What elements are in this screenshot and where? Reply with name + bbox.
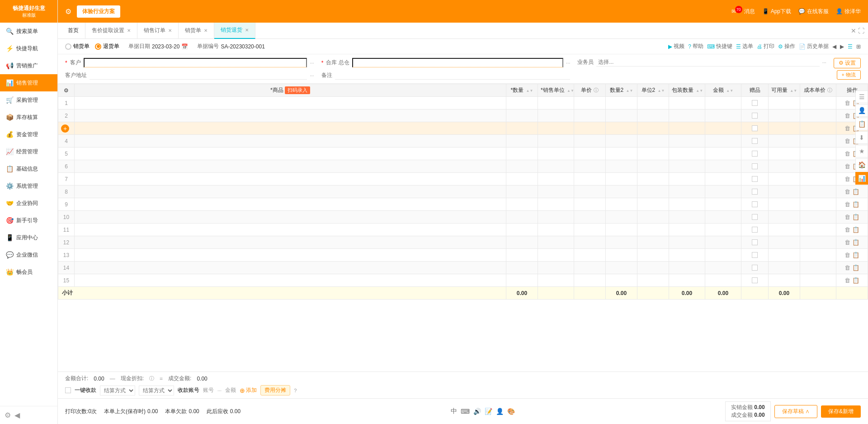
message-btn[interactable]: ✉ 70 消息 xyxy=(731,8,755,15)
radio-sales-bill[interactable]: 销货单 xyxy=(65,43,90,50)
prev-doc-btn[interactable]: ◀ xyxy=(832,43,836,50)
qty2-sort[interactable]: ▲▼ xyxy=(626,89,633,93)
available-cell[interactable] xyxy=(769,236,800,249)
gift-checkbox[interactable] xyxy=(752,176,758,182)
product-cell[interactable] xyxy=(75,198,506,211)
unit-cell[interactable] xyxy=(538,135,574,148)
delete-row-btn[interactable]: 🗑 xyxy=(844,125,850,132)
qty-cell[interactable] xyxy=(506,122,538,135)
pack-cell[interactable] xyxy=(669,224,705,236)
unit-cell[interactable] xyxy=(538,224,574,236)
operation-btn[interactable]: ⚙ 操作 xyxy=(778,43,795,50)
gift-cell[interactable] xyxy=(741,122,769,135)
price-cell[interactable] xyxy=(574,262,606,274)
tool4-icon[interactable]: 📝 xyxy=(485,408,492,415)
gift-cell[interactable] xyxy=(741,97,769,110)
amount-cell[interactable] xyxy=(705,122,741,135)
product-cell[interactable] xyxy=(75,274,506,287)
available-cell[interactable] xyxy=(769,110,800,122)
settings-small-btn[interactable]: ⚙ 设置 xyxy=(834,58,861,68)
sidebar-item-operations[interactable]: 📈 经营管理 xyxy=(0,143,57,160)
gift-cell[interactable] xyxy=(741,274,769,287)
pack-cell[interactable] xyxy=(669,173,705,186)
tab-sales-return[interactable]: 销货退货 ✕ xyxy=(214,23,255,39)
pack-cell[interactable] xyxy=(669,198,705,211)
gift-checkbox[interactable] xyxy=(752,277,758,283)
product-cell[interactable] xyxy=(75,262,506,274)
delete-row-btn[interactable]: 🗑 xyxy=(844,163,850,170)
video-btn[interactable]: ▶ 视频 xyxy=(668,43,684,50)
tab-sales-order[interactable]: 销售订单 ✕ xyxy=(137,23,179,39)
user-menu-btn[interactable]: 👤 徐泽华 xyxy=(836,8,861,15)
amount-cell[interactable] xyxy=(705,198,741,211)
qty-cell[interactable] xyxy=(506,198,538,211)
sidebar-item-search[interactable]: 🔍 搜索菜单 xyxy=(0,23,57,40)
tab-price-extract[interactable]: 售价提取设置 ✕ xyxy=(85,23,137,39)
amount-cell[interactable] xyxy=(705,110,741,122)
warehouse-ellipsis[interactable]: ··· xyxy=(566,60,570,66)
unit2-cell[interactable] xyxy=(637,173,669,186)
unit2-cell[interactable] xyxy=(637,236,669,249)
unit2-cell[interactable] xyxy=(637,211,669,224)
th-gear[interactable]: ⚙ xyxy=(58,84,75,97)
qty2-cell[interactable] xyxy=(606,148,637,160)
amount-cell[interactable] xyxy=(705,274,741,287)
tab-sales-bill[interactable]: 销货单 ✕ xyxy=(179,23,214,39)
cost-cell[interactable] xyxy=(800,110,836,122)
shortcut-key-btn[interactable]: ⌨ 快捷键 xyxy=(707,43,732,50)
price-cell[interactable] xyxy=(574,211,606,224)
unit-sort[interactable]: ▲▼ xyxy=(567,89,574,93)
tool2-icon[interactable]: ⌨ xyxy=(461,408,470,415)
qty2-cell[interactable] xyxy=(606,135,637,148)
pack-cell[interactable] xyxy=(669,148,705,160)
price-cell[interactable] xyxy=(574,186,606,198)
unit-cell[interactable] xyxy=(538,110,574,122)
gift-cell[interactable] xyxy=(741,135,769,148)
copy-row-btn[interactable]: 📋 xyxy=(852,239,859,246)
delete-row-btn[interactable]: 🗑 xyxy=(844,277,850,284)
tool1-icon[interactable]: 中 xyxy=(451,407,457,415)
product-cell[interactable] xyxy=(75,173,506,186)
unit2-cell[interactable] xyxy=(637,160,669,173)
delete-row-btn[interactable]: 🗑 xyxy=(844,201,850,208)
float-btn-1[interactable]: ☰ xyxy=(855,91,868,103)
tab-close-sales-order[interactable]: ✕ xyxy=(168,28,172,33)
cost-cell[interactable] xyxy=(800,160,836,173)
unit2-cell[interactable] xyxy=(637,110,669,122)
amount-cell[interactable] xyxy=(705,160,741,173)
copy-row-btn[interactable]: 📋 xyxy=(852,252,859,258)
delete-row-btn[interactable]: 🗑 xyxy=(844,188,850,195)
tab-close-sales-bill[interactable]: ✕ xyxy=(204,28,208,33)
sidebar-item-marketing[interactable]: 📢 营销推广 xyxy=(0,57,57,74)
gift-cell[interactable] xyxy=(741,186,769,198)
sidebar-item-finance[interactable]: 💰 资金管理 xyxy=(0,126,57,143)
delete-row-btn[interactable]: 🗑 xyxy=(844,100,850,106)
unit-cell[interactable] xyxy=(538,173,574,186)
available-cell[interactable] xyxy=(769,97,800,110)
unit-cell[interactable] xyxy=(538,148,574,160)
customer-input[interactable] xyxy=(84,58,307,67)
save-draft-btn[interactable]: 保存草稿 ∧ xyxy=(774,405,817,418)
one-click-pay-checkbox[interactable] xyxy=(65,387,71,393)
sidebar-item-appstore[interactable]: 📱 应用中心 xyxy=(0,229,57,246)
delete-row-btn[interactable]: 🗑 xyxy=(844,214,850,220)
pack-cell[interactable] xyxy=(669,97,705,110)
unit2-cell[interactable] xyxy=(637,122,669,135)
gift-cell[interactable] xyxy=(741,262,769,274)
help-btn[interactable]: ? 帮助 xyxy=(688,43,703,50)
amount-cell[interactable] xyxy=(705,173,741,186)
staff-input[interactable] xyxy=(596,58,819,67)
pack-cell[interactable] xyxy=(669,110,705,122)
float-btn-6[interactable]: 🏠 xyxy=(855,158,868,171)
warehouse-input[interactable] xyxy=(352,58,563,67)
cost-cell[interactable] xyxy=(800,148,836,160)
gift-checkbox[interactable] xyxy=(752,113,758,119)
available-cell[interactable] xyxy=(769,211,800,224)
gift-checkbox[interactable] xyxy=(752,151,758,157)
unit2-cell[interactable] xyxy=(637,274,669,287)
product-cell[interactable] xyxy=(75,211,506,224)
sidebar-item-purchase[interactable]: 🛒 采购管理 xyxy=(0,91,57,109)
available-cell[interactable] xyxy=(769,122,800,135)
pack-cell[interactable] xyxy=(669,274,705,287)
fee-split-btn[interactable]: 费用分摊 xyxy=(260,385,290,395)
